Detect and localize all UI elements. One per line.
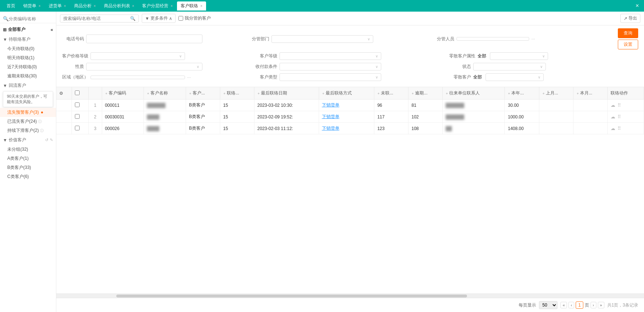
first-page-button[interactable]: « bbox=[560, 302, 567, 308]
sidebar-item-retention[interactable]: 持续下滑客户(2) ⓘ bbox=[0, 126, 56, 135]
last-page-button[interactable]: » bbox=[598, 302, 604, 308]
col-unit-contact[interactable]: ⬥往来单位联系人 bbox=[443, 87, 505, 100]
casual-select[interactable]: ∨ bbox=[486, 73, 544, 81]
nav-tab-customer-segment[interactable]: 客户分层经营 × bbox=[138, 1, 176, 11]
sidebar-item-overdue[interactable]: 逾期未联络(30) bbox=[0, 72, 56, 81]
row1-select-checkbox[interactable] bbox=[75, 102, 80, 107]
nav-tab-customer-contact[interactable]: 客户联络 × bbox=[177, 1, 206, 11]
filter-bar: 🔍 ▼ 更多条件 ∧ 我分管的客户 ↗ 导出 bbox=[56, 12, 644, 25]
row2-select-checkbox[interactable] bbox=[75, 114, 80, 119]
dept-select[interactable]: ∨ bbox=[271, 35, 373, 43]
col-last-month[interactable]: ⬥上月... bbox=[539, 87, 573, 100]
col-checkbox[interactable] bbox=[72, 87, 88, 100]
row3-checkbox[interactable] bbox=[72, 123, 88, 134]
row2-contact-icon[interactable]: ☁ bbox=[611, 114, 615, 119]
close-customer-contact-tab[interactable]: × bbox=[200, 4, 202, 8]
sidebar-section-lost[interactable]: ▼ 回流客户 bbox=[0, 81, 56, 90]
close-sales-tab[interactable]: × bbox=[39, 4, 41, 8]
row3-last-method[interactable]: 下销货单 bbox=[319, 123, 374, 134]
per-page-select[interactable]: 50 10 20 100 bbox=[539, 301, 558, 309]
sidebar-section-value[interactable]: ▼ 价值客户 ↺ ✎ bbox=[0, 135, 56, 145]
sidebar-item-lost[interactable]: 已流失客户(24) ⓘ bbox=[0, 117, 56, 126]
sidebar-collapse-icon[interactable]: « bbox=[51, 27, 53, 32]
row1-contact-icon[interactable]: ☁ bbox=[611, 102, 615, 108]
filter-search-input[interactable] bbox=[63, 16, 129, 21]
more-conditions-button[interactable]: ▼ 更多条件 ∧ bbox=[142, 14, 176, 23]
close-window-button[interactable]: × bbox=[633, 3, 641, 9]
nav-home[interactable]: 首页 bbox=[3, 1, 19, 11]
row2-index: 2 bbox=[89, 111, 102, 123]
select-all-checkbox[interactable] bbox=[75, 90, 80, 95]
row1-more-icon[interactable]: ⠿ bbox=[617, 102, 621, 108]
sidebar-all-customers-header[interactable]: ⊞ 全部客户 « bbox=[0, 25, 56, 35]
customer-type-select[interactable]: ∨ bbox=[279, 73, 381, 81]
close-purchase-tab[interactable]: × bbox=[64, 4, 66, 8]
row2-this-year: 1000.00 bbox=[505, 111, 539, 123]
row2-checkbox[interactable] bbox=[72, 111, 88, 123]
col-settings[interactable]: ⚙ bbox=[56, 87, 72, 100]
sidebar-section-pending[interactable]: ▼ 待联络客户 bbox=[0, 35, 56, 44]
my-customers-checkbox[interactable] bbox=[178, 16, 183, 21]
sidebar-item-class-a[interactable]: A类客户(1) bbox=[0, 154, 56, 163]
row2-last-method[interactable]: 下销货单 bbox=[319, 111, 374, 123]
customer-grade-select[interactable]: ∨ bbox=[279, 52, 381, 60]
filter-search-icon[interactable]: 🔍 bbox=[130, 16, 136, 21]
region-more-icon[interactable]: ··· bbox=[187, 75, 191, 80]
col-overdue[interactable]: ⬥逾期... bbox=[408, 87, 443, 100]
region-select[interactable] bbox=[90, 76, 185, 79]
col-last-date[interactable]: ⬥最后联络日期 bbox=[254, 87, 319, 100]
phone-input[interactable] bbox=[86, 35, 202, 43]
nav-tab-product-analysis[interactable]: 商品分析 × bbox=[71, 1, 100, 11]
status-select[interactable]: ∨ bbox=[473, 63, 546, 70]
payment-select[interactable]: ∨ bbox=[279, 63, 381, 70]
close-customer-segment-tab[interactable]: × bbox=[170, 4, 173, 8]
row3-last-date: 2023-02-03 11:12: bbox=[254, 123, 319, 134]
row1-name: ██████ bbox=[144, 100, 186, 111]
manager-more-icon[interactable]: ··· bbox=[531, 36, 535, 41]
row3-more-icon[interactable]: ⠿ bbox=[617, 126, 621, 131]
prev-page-button[interactable]: ‹ bbox=[568, 302, 574, 308]
row3-select-checkbox[interactable] bbox=[75, 126, 80, 130]
customer-table-container: ⚙ ⬥客户编码 ⬥客户名称 ⬥客户... ⬥联络... ⬥最后联络日期 ⬥最后联… bbox=[56, 87, 644, 293]
scrollbar-thumb[interactable] bbox=[116, 295, 467, 297]
next-page-button[interactable]: › bbox=[591, 302, 596, 308]
close-product-analysis-tab[interactable]: × bbox=[94, 4, 96, 8]
col-name[interactable]: ⬥客户名称 bbox=[144, 87, 186, 100]
export-button[interactable]: ↗ 导出 bbox=[620, 14, 640, 23]
col-this-year[interactable]: ⬥本年... bbox=[505, 87, 539, 100]
sidebar-item-today[interactable]: 今天待联络(0) bbox=[0, 44, 56, 53]
nav-tab-purchase[interactable]: 进货单 × bbox=[45, 1, 70, 11]
sidebar-item-class-c[interactable]: C类客户(6) bbox=[0, 172, 56, 181]
nav-tab-product-list[interactable]: 商品分析列表 × bbox=[100, 1, 138, 11]
sidebar-item-tomorrow[interactable]: 明天待联络(1) bbox=[0, 53, 56, 62]
settings-button[interactable]: 设置 bbox=[618, 40, 638, 49]
nav-tab-sales[interactable]: 销货单 × bbox=[20, 1, 44, 11]
query-button[interactable]: 查询 bbox=[618, 28, 638, 38]
row3-contact-icon[interactable]: ☁ bbox=[611, 126, 615, 131]
sidebar-item-class-b[interactable]: B类客户(33) bbox=[0, 163, 56, 172]
casual-attr-select[interactable]: ∨ bbox=[490, 52, 548, 60]
col-uncontacted[interactable]: ⬥未联... bbox=[374, 87, 408, 100]
sidebar-item-7days[interactable]: 近7天待联络(0) bbox=[0, 62, 56, 72]
price-grade-select[interactable]: ∨ bbox=[90, 52, 185, 60]
horizontal-scrollbar[interactable] bbox=[56, 293, 644, 298]
col-last-method[interactable]: ⬥最后联络方式 bbox=[319, 87, 374, 100]
col-contact-count[interactable]: ⬥联络... bbox=[220, 87, 254, 100]
row2-settings bbox=[56, 111, 72, 123]
sidebar-item-at-risk[interactable]: 流失预警客户(3) ● bbox=[0, 108, 56, 117]
nature-select[interactable]: ∨ bbox=[86, 63, 202, 70]
value-edit-icon[interactable]: ✎ bbox=[50, 138, 53, 142]
col-type[interactable]: ⬥客户... bbox=[186, 87, 220, 100]
value-refresh-icon[interactable]: ↺ bbox=[45, 138, 48, 142]
my-customers-checkbox-container: 我分管的客户 bbox=[178, 15, 211, 21]
close-product-list-tab[interactable]: × bbox=[132, 4, 134, 8]
row1-last-method[interactable]: 下销货单 bbox=[319, 100, 374, 111]
sidebar-search-input[interactable] bbox=[9, 16, 56, 21]
manager-select[interactable] bbox=[456, 37, 529, 41]
dept-chevron-down-icon: ∨ bbox=[367, 37, 370, 41]
row1-checkbox[interactable] bbox=[72, 100, 88, 111]
col-this-month[interactable]: ⬥本月... bbox=[573, 87, 607, 100]
sidebar-item-ungrouped[interactable]: 未分组(32) bbox=[0, 145, 56, 154]
col-code[interactable]: ⬥客户编码 bbox=[102, 87, 144, 100]
row2-more-icon[interactable]: ⠿ bbox=[617, 114, 621, 119]
